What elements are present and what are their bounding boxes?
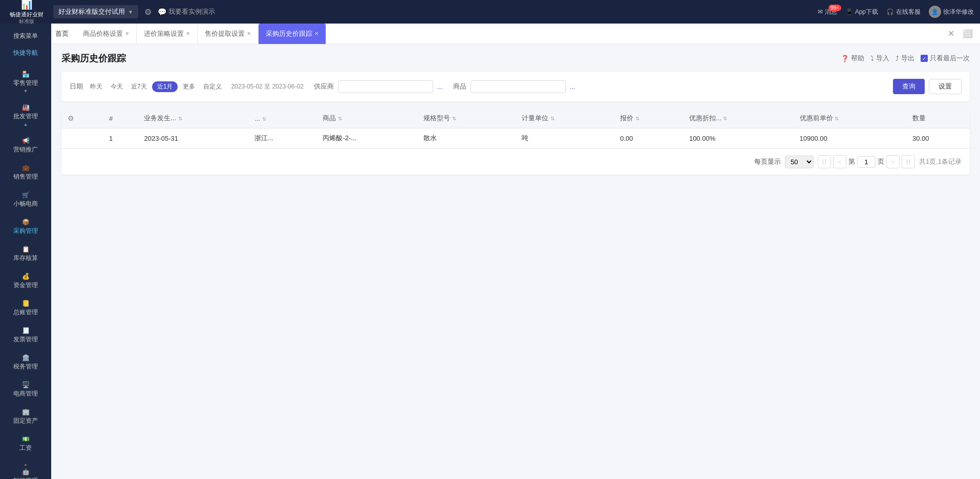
tab-home[interactable]: 首页 <box>55 24 76 44</box>
col-gear[interactable]: ⚙ <box>61 108 103 128</box>
sidebar-item-marketing[interactable]: 📢 营销推广 <box>0 132 51 159</box>
per-page-select[interactable]: 50 100 200 <box>785 156 814 168</box>
goods-label: 商品 <box>453 82 466 91</box>
filter-row: 日期 昨天 今天 近7天 近1月 更多 自定义 2023-05-02 至 202… <box>70 79 962 94</box>
sidebar-item-finance[interactable]: 💰 资金管理 <box>0 268 51 295</box>
goods-more-btn[interactable]: ... <box>570 83 576 91</box>
sidebar-item-assets[interactable]: 🏢 固定资产 <box>0 403 51 430</box>
dot-icon: ● <box>25 463 27 467</box>
export-button[interactable]: ⤴ 导出 <box>896 54 914 63</box>
col-pre-discount-price[interactable]: 优惠前单价 ⇅ <box>794 108 906 128</box>
sidebar-item-label-ai: 智能管理 <box>13 476 38 479</box>
marketing-icon: 📢 <box>22 137 30 144</box>
col-unit[interactable]: 计量单位 ⇅ <box>516 108 614 128</box>
sidebar-item-ecommerce[interactable]: 🖥️ 电商管理 <box>0 376 51 403</box>
sidebar-item-label-wholesale: 批发管理 <box>13 112 38 121</box>
sidebar-item-ai[interactable]: ● 🤖 智能管理 <box>0 458 51 479</box>
page-nav: ⟨⟨ ＜ 第 页 ＞ ⟩⟩ <box>818 155 915 168</box>
sidebar-quick-nav[interactable]: 快捷导航 <box>0 45 51 61</box>
sidebar-item-label-sales: 销售管理 <box>13 172 38 181</box>
help-button[interactable]: ❓ 帮助 <box>841 54 864 63</box>
close-icon[interactable]: ✕ <box>314 31 318 36</box>
app-selector-label: 好业财标准版交付试用 <box>58 7 125 16</box>
col-discount[interactable]: 优惠折扣... ⇅ <box>683 108 794 128</box>
date-option-custom[interactable]: 自定义 <box>200 81 225 92</box>
import-button[interactable]: ⤵ 导入 <box>870 54 889 63</box>
cell-spec: 散水 <box>417 128 516 148</box>
date-option-more[interactable]: 更多 <box>180 81 198 92</box>
tab-sale-price[interactable]: 售价提取设置 ✕ <box>198 24 259 44</box>
ecommerce-icon: 🖥️ <box>22 381 30 388</box>
page-label-pre: 第 <box>848 157 855 166</box>
only-last-checkbox[interactable]: ✓ 只看最后一次 <box>921 54 970 63</box>
tab-goods-price[interactable]: 商品价格设置 ✕ <box>76 24 137 44</box>
main-layout: 搜索菜单 快捷导航 🏪 零售管理 ▼ 🏭 批发管理 ▲ 📢 营销推广 💼 销售管… <box>0 24 980 479</box>
prev-page-btn[interactable]: ＜ <box>833 155 846 168</box>
col-date[interactable]: 业务发生... ⇅ <box>138 108 248 128</box>
page-total: 共1页,1条记录 <box>919 157 962 166</box>
sidebar-item-retail[interactable]: 🏪 零售管理 ▼ <box>0 66 51 99</box>
goods-input[interactable] <box>471 80 566 93</box>
sidebar-item-label-marketing: 营销推广 <box>13 145 38 154</box>
sidebar-item-invoice[interactable]: 🧾 发票管理 <box>0 322 51 349</box>
online-service-button[interactable]: 🎧 在线客服 <box>886 8 921 16</box>
sort-icon: ⇅ <box>262 116 266 122</box>
chevron-down-icon: ▼ <box>128 9 133 15</box>
demo-button[interactable]: 💬 我要看实例演示 <box>158 7 215 16</box>
tab-expand-btn[interactable]: ⬜ <box>960 28 976 39</box>
user-menu[interactable]: 👤 徐泽华修改 <box>929 6 974 18</box>
next-page-btn[interactable]: ＞ <box>886 155 900 168</box>
col-price[interactable]: 报价 ⇅ <box>614 108 683 128</box>
sidebar-item-label-ledger: 总账管理 <box>13 308 38 317</box>
tab-close-btn[interactable]: ✕ <box>945 28 957 39</box>
col-goods[interactable]: 商品 ⇅ <box>316 108 417 128</box>
page-input[interactable] <box>857 156 876 168</box>
sidebar-item-purchase[interactable]: 📦 采购管理 <box>0 213 51 241</box>
inventory-icon: 📋 <box>22 246 30 253</box>
first-page-btn[interactable]: ⟨⟨ <box>818 155 831 168</box>
sidebar-item-label-salary: 工资 <box>19 444 32 452</box>
settings-button[interactable]: 设置 <box>929 79 962 94</box>
date-option-yesterday[interactable]: 昨天 <box>87 81 105 92</box>
close-icon[interactable]: ✕ <box>125 31 129 36</box>
col-extra[interactable]: ... ⇅ <box>248 108 316 128</box>
query-button[interactable]: 查询 <box>893 79 925 94</box>
tab-purchase-strategy[interactable]: 进价策略设置 ✕ <box>137 24 198 44</box>
message-button[interactable]: ✉ 消息 99+ <box>818 8 837 16</box>
top-bar: 📊 畅捷通好业财 标准版 好业财标准版交付试用 ▼ ⚙ 💬 我要看实例演示 ✉ … <box>0 0 980 24</box>
close-icon[interactable]: ✕ <box>186 31 190 36</box>
sidebar-item-tax[interactable]: 🏛️ 税务管理 <box>0 349 51 376</box>
supplier-more-btn[interactable]: ... <box>437 83 443 91</box>
filter-supplier: 供应商 ... <box>314 80 443 93</box>
sort-icon: ⇅ <box>178 116 182 121</box>
date-option-7days[interactable]: 近7天 <box>128 81 150 92</box>
date-option-today[interactable]: 今天 <box>108 81 126 92</box>
app-download-button[interactable]: 📱 App下载 <box>845 8 878 16</box>
filter-date: 日期 昨天 今天 近7天 近1月 更多 自定义 2023-05-02 至 202… <box>70 81 304 92</box>
tab-purchase-history[interactable]: 采购历史价跟踪 ✕ <box>259 24 326 44</box>
app-selector[interactable]: 好业财标准版交付试用 ▼ <box>53 5 138 18</box>
logo-name: 畅捷通好业财 <box>10 11 44 18</box>
sidebar-item-ecommerce-small[interactable]: 🛒 小畅电商 <box>0 186 51 213</box>
close-icon[interactable]: ✕ <box>247 31 251 36</box>
per-page-label: 每页显示 <box>754 157 781 166</box>
collapse-icon: ▲ <box>24 122 28 127</box>
settings-icon[interactable]: ⚙ <box>144 7 152 17</box>
purchase-icon: 📦 <box>22 219 30 226</box>
supplier-input[interactable] <box>338 80 433 93</box>
last-page-btn[interactable]: ⟩⟩ <box>902 155 915 168</box>
sidebar-item-inventory[interactable]: 📋 库存核算 <box>0 241 51 268</box>
sidebar-item-ledger[interactable]: 📒 总账管理 <box>0 295 51 322</box>
tab-purchase-history-label: 采购历史价跟踪 <box>266 29 312 38</box>
cell-goods: 丙烯酸-2-... <box>316 128 417 148</box>
sidebar-item-salary[interactable]: 💵 工资 <box>0 430 51 458</box>
col-spec[interactable]: 规格型号 ⇅ <box>417 108 516 128</box>
sidebar-item-label-retail: 零售管理 <box>13 79 38 88</box>
sidebar-item-wholesale[interactable]: 🏭 批发管理 ▲ <box>0 99 51 132</box>
date-option-1month[interactable]: 近1月 <box>152 81 178 92</box>
sidebar-item-sales[interactable]: 💼 销售管理 <box>0 159 51 186</box>
demo-label: 我要看实例演示 <box>168 7 215 16</box>
sidebar-search[interactable]: 搜索菜单 <box>0 28 51 45</box>
sidebar-item-label-tax: 税务管理 <box>13 362 38 371</box>
import-icon: ⤵ <box>870 55 874 62</box>
